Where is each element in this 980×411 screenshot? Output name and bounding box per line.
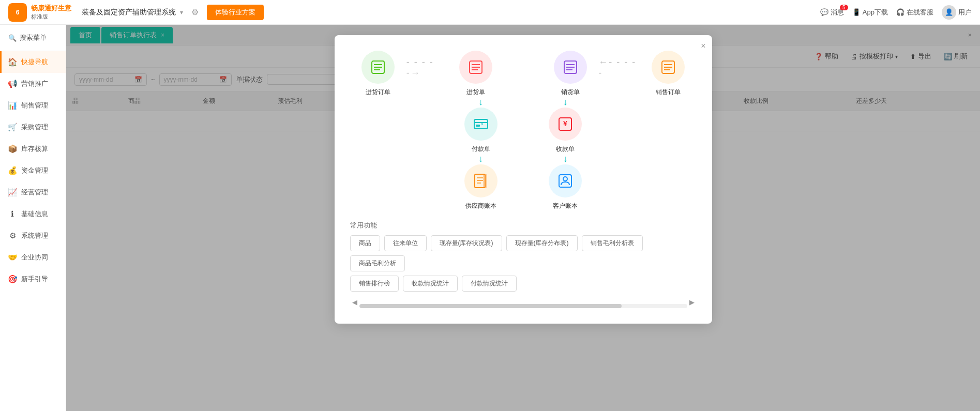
service-icon: 🎧	[896, 8, 904, 16]
operations-icon: 📈	[8, 188, 17, 197]
scroll-right-arrow[interactable]: ▶	[687, 298, 697, 306]
flow-row-3: 供应商账本 客户账本	[350, 164, 697, 210]
system-icon: ⚙	[8, 231, 17, 240]
purchase-circle[interactable]	[459, 51, 492, 84]
receipt-circle[interactable]: ¥	[549, 108, 582, 141]
user-avatar: 👤	[942, 5, 956, 20]
svg-text:¥: ¥	[563, 119, 567, 128]
svg-rect-20	[476, 125, 480, 127]
main-area: 🔍 搜索菜单 🏠 快捷导航 📢 营销推广 📊 销售管理 🛒 采购管理	[0, 25, 980, 411]
modal-overlay[interactable]: × 进货订单	[66, 25, 980, 411]
svg-rect-28	[483, 174, 487, 188]
logo-icon: 6	[8, 3, 27, 22]
flow-vertical-arrows: ↓ ↓	[350, 97, 697, 108]
content-area: 首页 销售订单执行表 × × ❓ 帮助 🖨 按模板打印 ▾	[66, 25, 980, 411]
sidebar-item-quick-nav[interactable]: 🏠 快捷导航	[0, 51, 66, 73]
system-dropdown[interactable]: ▾	[180, 9, 183, 16]
app-download-button[interactable]: 📱 App下载	[852, 8, 888, 17]
trial-button[interactable]: 体验行业方案	[207, 5, 264, 20]
system-title: 装备及固定资产辅助管理系统	[82, 8, 176, 17]
marketing-icon: 📢	[8, 79, 17, 88]
sidebar: 🔍 搜索菜单 🏠 快捷导航 📢 营销推广 📊 销售管理 🛒 采购管理	[0, 25, 66, 411]
btn-inventory-status[interactable]: 现存量(库存状况表)	[431, 235, 502, 251]
home-icon: 🏠	[8, 57, 17, 67]
inventory-icon: 📦	[8, 144, 17, 154]
flow-node-purchase-order: 进货订单	[350, 51, 406, 97]
flow-node-supplier-ledger: 供应商账本	[456, 164, 506, 210]
enterprise-icon: 🤝	[8, 253, 17, 262]
flow-row-2: ¥ 付款单 ¥ 收款单	[350, 108, 697, 154]
common-functions-section: 常用功能 商品 往来单位 现存量(库存状况表) 现存量(库存分布表) 销售毛利分…	[350, 221, 697, 292]
logo-area: 6 畅康通好生意 标准版	[8, 3, 71, 22]
sidebar-item-newbie[interactable]: 🎯 新手引导	[0, 268, 66, 290]
sales-icon: 📊	[8, 101, 17, 110]
v-arrow-payment-down: ↓	[456, 154, 506, 164]
btn-product[interactable]: 商品	[350, 235, 380, 251]
search-menu-item[interactable]: 🔍 搜索菜单	[4, 29, 62, 47]
download-icon: 📱	[852, 8, 861, 16]
search-icon: 🔍	[8, 34, 17, 42]
flow-vertical-arrows-2: ↓ ↓	[350, 154, 697, 164]
common-functions-title: 常用功能	[350, 221, 697, 230]
settings-icon[interactable]: ⚙	[191, 7, 199, 17]
sidebar-item-purchase[interactable]: 🛒 采购管理	[0, 116, 66, 138]
info-icon: ℹ	[8, 209, 17, 219]
btn-receipt-stats[interactable]: 收款情况统计	[403, 276, 458, 292]
v-arrow-receipt-down: ↓	[540, 154, 591, 164]
v-arrow-sales-down: ↓	[540, 97, 591, 108]
btn-sales-margin[interactable]: 销售毛利分析表	[582, 235, 643, 251]
common-buttons-row-1: 商品 往来单位 现存量(库存状况表) 现存量(库存分布表) 销售毛利分析表 商品…	[350, 235, 697, 271]
payment-circle[interactable]: ¥	[464, 108, 497, 141]
common-buttons-row-2: 销售排行榜 收款情况统计 付款情况统计	[350, 276, 697, 292]
btn-payment-stats[interactable]: 付款情况统计	[462, 276, 517, 292]
sidebar-search-area: 🔍 搜索菜单	[0, 25, 66, 51]
flow-node-payment: ¥ 付款单	[456, 108, 506, 154]
v-arrow-purchase-down: ↓	[456, 97, 506, 108]
sidebar-item-inventory[interactable]: 📦 库存核算	[0, 138, 66, 160]
top-right-area: 💬 消息 5 📱 App下载 🎧 在线客服 👤 用户	[820, 5, 972, 20]
modal-scrollbar[interactable]	[359, 304, 687, 308]
modal-scrollbar-area: ◀ ▶	[350, 296, 697, 308]
top-bar: 6 畅康通好生意 标准版 装备及固定资产辅助管理系统 ▾ ⚙ 体验行业方案 💬 …	[0, 0, 980, 25]
flow-diagram: 进货订单 - - - - -→ 进货单	[350, 51, 697, 210]
message-badge: 5	[840, 5, 848, 10]
flow-row-1: 进货订单 - - - - -→ 进货单	[350, 51, 697, 97]
purchase-order-circle[interactable]	[361, 51, 395, 84]
message-icon: 💬	[820, 8, 828, 16]
scrollbar-thumb	[359, 304, 622, 308]
sidebar-item-finance[interactable]: 💰 资金管理	[0, 160, 66, 181]
quick-nav-modal: × 进货订单	[335, 35, 712, 324]
btn-sales-ranking[interactable]: 销售排行榜	[350, 276, 399, 292]
newbie-icon: 🎯	[8, 275, 17, 284]
svg-text:¥: ¥	[480, 121, 484, 126]
flow-node-customer-ledger: 客户账本	[540, 164, 591, 210]
sidebar-item-marketing[interactable]: 📢 营销推广	[0, 73, 66, 95]
message-button[interactable]: 💬 消息 5	[820, 8, 844, 17]
online-service-button[interactable]: 🎧 在线客服	[896, 8, 933, 17]
sidebar-item-system[interactable]: ⚙ 系统管理	[0, 225, 66, 247]
btn-product-margin[interactable]: 商品毛利分析	[350, 255, 405, 271]
sales-circle[interactable]	[554, 51, 587, 84]
customer-ledger-circle[interactable]	[549, 164, 582, 197]
modal-close-button[interactable]: ×	[701, 41, 705, 51]
sidebar-item-enterprise[interactable]: 🤝 企业协同	[0, 247, 66, 268]
flow-node-sales: 销货单	[542, 51, 598, 97]
flow-node-sales-order: 销售订单	[640, 51, 696, 97]
supplier-ledger-circle[interactable]	[464, 164, 497, 197]
btn-counterparty[interactable]: 往来单位	[384, 235, 427, 251]
svg-point-30	[563, 177, 567, 181]
flow-node-receipt: ¥ 收款单	[540, 108, 591, 154]
logo-text: 畅康通好生意 标准版	[31, 4, 71, 20]
btn-inventory-distribution[interactable]: 现存量(库存分布表)	[506, 235, 578, 251]
finance-icon: 💰	[8, 166, 17, 175]
arrow-po-to-p: - - - - -→	[406, 57, 448, 79]
sidebar-item-basic-info[interactable]: ℹ 基础信息	[0, 203, 66, 225]
sidebar-item-operations[interactable]: 📈 经营管理	[0, 181, 66, 203]
svg-text:6: 6	[16, 9, 20, 16]
user-area[interactable]: 👤 用户	[942, 5, 972, 20]
scroll-left-arrow[interactable]: ◀	[350, 298, 359, 306]
sidebar-item-sales[interactable]: 📊 销售管理	[0, 95, 66, 116]
purchase-icon: 🛒	[8, 123, 17, 132]
sales-order-circle[interactable]	[652, 51, 685, 84]
arrow-so-to-s: ←- - - - -	[598, 57, 640, 79]
